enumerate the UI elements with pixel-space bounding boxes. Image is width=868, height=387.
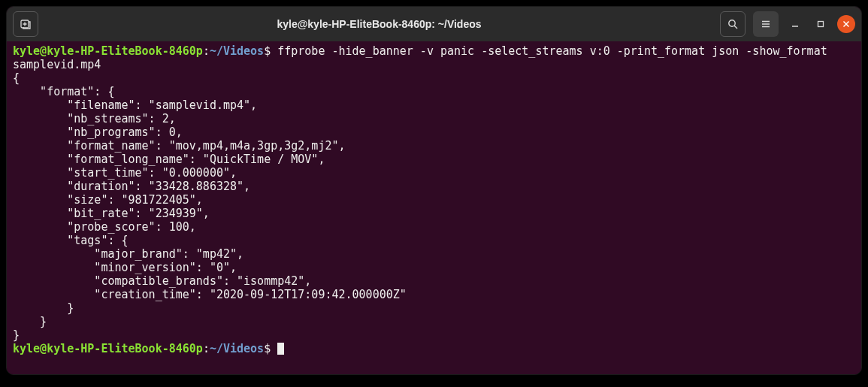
prompt-dollar: $	[264, 342, 271, 355]
svg-point-1	[729, 20, 735, 26]
terminal-window: kyle@kyle-HP-EliteBook-8460p: ~/Videos	[6, 6, 862, 375]
svg-rect-7	[818, 22, 824, 27]
output-line: }	[13, 315, 47, 328]
search-button[interactable]	[720, 11, 746, 37]
prompt-user-host: kyle@kyle-HP-EliteBook-8460p	[13, 342, 203, 355]
prompt-colon: :	[203, 44, 210, 58]
output-line: "tags": {	[13, 234, 129, 247]
output-line: "nb_streams": 2,	[13, 112, 176, 125]
output-line: "major_brand": "mp42",	[13, 247, 243, 261]
output-line: "format_name": "mov,mp4,m4a,3gp,3g2,mj2"…	[13, 139, 346, 153]
output-line: "duration": "33428.886328",	[13, 180, 250, 193]
minimize-button[interactable]	[786, 15, 804, 33]
minimize-icon	[791, 20, 799, 28]
output-line: "format_long_name": "QuickTime / MOV",	[13, 153, 325, 166]
output-line: "bit_rate": "234939",	[13, 207, 210, 220]
output-line: "creation_time": "2020-09-12T17:09:42.00…	[13, 288, 407, 301]
output-line: "compatible_brands": "isommp42",	[13, 274, 311, 288]
output-line: }	[13, 328, 20, 342]
new-tab-button[interactable]	[13, 11, 38, 37]
prompt-user-host: kyle@kyle-HP-EliteBook-8460p	[13, 44, 203, 58]
search-icon	[727, 18, 739, 30]
close-icon	[842, 20, 850, 28]
prompt-path: ~/Videos	[210, 342, 264, 355]
prompt-colon: :	[203, 342, 210, 355]
terminal-cursor	[277, 343, 284, 355]
output-line: "filename": "samplevid.mp4",	[13, 98, 257, 112]
output-line: "probe_score": 100,	[13, 220, 196, 234]
hamburger-icon	[760, 18, 772, 30]
prompt-dollar: $	[264, 44, 271, 58]
output-line: {	[13, 71, 20, 85]
command-text-line1: ffprobe -hide_banner -v panic -select_st…	[271, 44, 834, 58]
output-line: "size": "981722405",	[13, 193, 203, 207]
output-line: }	[13, 301, 74, 315]
prompt-path: ~/Videos	[210, 44, 264, 58]
output-line: "format": {	[13, 85, 114, 98]
new-tab-icon	[20, 18, 32, 30]
maximize-button[interactable]	[812, 15, 830, 33]
maximize-icon	[817, 20, 824, 28]
titlebar-right	[720, 11, 855, 37]
command-text-line2: samplevid.mp4	[13, 58, 101, 71]
terminal-content[interactable]: kyle@kyle-HP-EliteBook-8460p:~/Videos$ f…	[7, 41, 861, 374]
output-line: "minor_version": "0",	[13, 261, 237, 274]
titlebar: kyle@kyle-HP-EliteBook-8460p: ~/Videos	[7, 7, 861, 41]
close-button[interactable]	[837, 15, 855, 33]
titlebar-left	[13, 11, 38, 37]
window-title: kyle@kyle-HP-EliteBook-8460p: ~/Videos	[38, 18, 720, 30]
svg-line-2	[734, 26, 737, 29]
output-line: "start_time": "0.000000",	[13, 166, 237, 180]
menu-button[interactable]	[753, 11, 779, 37]
output-line: "nb_programs": 0,	[13, 125, 183, 139]
